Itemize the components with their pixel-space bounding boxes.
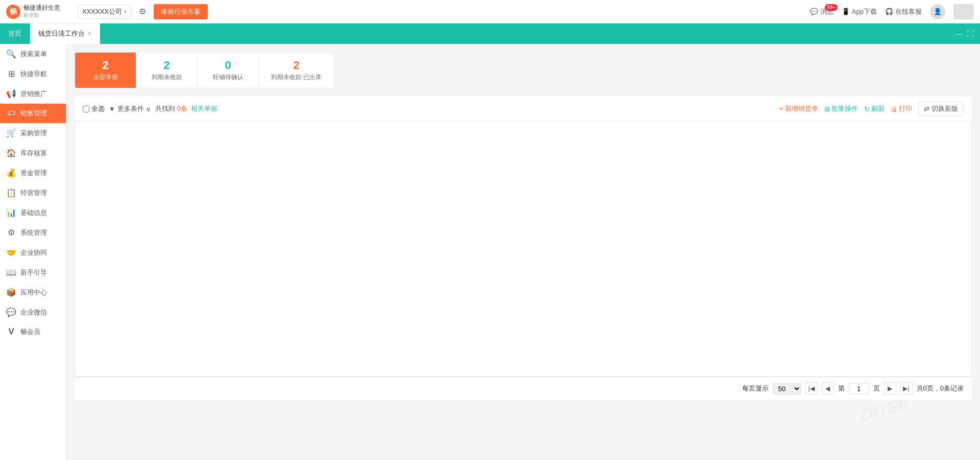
stat-card-shipped[interactable]: 2 到期未收款 已出库 (259, 53, 334, 88)
sidebar-item-search[interactable]: 🔍 搜索菜单 (0, 44, 66, 64)
stat-label-shipped: 到期未收款 已出库 (271, 73, 322, 82)
sidebar-appcenter-label: 应用中心 (20, 288, 47, 297)
next-page-button[interactable]: ▶ (884, 382, 896, 395)
experience-button[interactable]: 体验行业方案 (154, 4, 208, 19)
select-all-input[interactable] (83, 106, 89, 112)
header-right: 💬 消息 99+ 📱 App下载 🎧 在线客服 👤 (810, 4, 974, 19)
sidebar-item-enterprise[interactable]: 🤝 企业协同 (0, 243, 66, 262)
stat-card-all[interactable]: 2 全部单据 (75, 53, 136, 88)
empty-state (75, 122, 971, 351)
sidebar-item-quicknav[interactable]: ⊞ 快捷导航 (0, 64, 66, 84)
refresh-button[interactable]: ↻ 刷新 (864, 104, 885, 113)
sidebar-item-system[interactable]: ⚙ 系统管理 (0, 223, 66, 243)
online-service-button[interactable]: 🎧 在线客服 (885, 7, 922, 16)
wechat-icon: 💬 (6, 307, 16, 317)
add-order-button[interactable]: + 新增销货单 (779, 104, 818, 113)
stat-num-shipped: 2 (271, 59, 322, 72)
batch-button[interactable]: ⊞ 批量操作 (824, 104, 858, 113)
page-label: 第 (838, 384, 845, 393)
tab-maximize-button[interactable]: ⛶ (967, 30, 974, 38)
company-name: XXXXXX公司 (82, 7, 122, 16)
logo-sub: 标准版 (23, 12, 60, 19)
prev-page-button[interactable]: ◀ (822, 382, 834, 395)
refresh-icon: ↻ (864, 105, 870, 113)
tab-workbench-label: 钱货日清工作台 (38, 29, 85, 38)
logo-area: 畅 畅捷通好生意 标准版 (6, 4, 72, 19)
related-link[interactable]: 相关单据 (191, 105, 217, 112)
guide-icon: 📖 (6, 268, 16, 277)
switch-version-button[interactable]: ⇄ 切换新版 (918, 102, 964, 116)
message-icon: 💬 (810, 8, 818, 15)
sidebar-purchase-label: 采购管理 (20, 129, 47, 138)
filter-chevron-icon: ∨ (146, 105, 151, 113)
sidebar-sales-label: 销售管理 (20, 109, 47, 118)
sidebar-item-operation[interactable]: 📋 经营管理 (0, 183, 66, 203)
filter-button[interactable]: ▼ 更多条件 ∨ (109, 104, 151, 113)
user-name-area[interactable] (953, 4, 974, 19)
sidebar-item-wechat[interactable]: 💬 企业微信 (0, 302, 66, 322)
sidebar-basic-label: 基础信息 (20, 208, 47, 217)
nav-tab-controls: — ⛶ (955, 30, 980, 38)
sidebar-item-purchase[interactable]: 🛒 采购管理 (0, 123, 66, 143)
select-all-checkbox[interactable]: 全选 (83, 104, 105, 113)
tab-minimize-button[interactable]: — (955, 30, 963, 38)
service-icon: 🎧 (885, 8, 893, 15)
user-avatar[interactable]: 👤 (930, 4, 945, 19)
online-service-label: 在线客服 (895, 7, 922, 16)
tab-workbench[interactable]: 钱货日清工作台 × (30, 23, 100, 44)
messages-badge: 99+ (825, 4, 838, 11)
main-content: 2 全部单据 2 到期未收款 0 旺铺待确认 2 到期未收款 已出库 全选 ▼ … (66, 44, 980, 460)
last-page-button[interactable]: ▶| (900, 382, 913, 395)
logo-text: 畅捷通好生意 (23, 4, 60, 12)
stat-num-pending: 0 (210, 59, 246, 72)
top-header: 畅 畅捷通好生意 标准版 XXXXXX公司 ▾ ⚙ 体验行业方案 💬 消息 99… (0, 0, 980, 23)
sidebar-item-marketing[interactable]: 📢 营销推广 (0, 84, 66, 104)
system-icon: ⚙ (6, 228, 16, 237)
nav-tabs: 首页 钱货日清工作台 × — ⛶ (0, 23, 980, 44)
toolbar-left: 全选 ▼ 更多条件 ∨ 共找到 0条 相关单据 (83, 104, 217, 113)
found-count: 0条 (177, 105, 187, 112)
search-icon: 🔍 (6, 49, 16, 59)
stat-num-overdue: 2 (149, 59, 185, 72)
tab-close-icon[interactable]: × (88, 30, 91, 37)
print-button[interactable]: 🖨 打印 (891, 104, 912, 113)
sidebar-item-guide[interactable]: 📖 新手引导 (0, 262, 66, 282)
app-download-button[interactable]: 📱 App下载 (842, 7, 877, 16)
select-all-label: 全选 (91, 104, 105, 113)
sidebar-item-appcenter[interactable]: 📦 应用中心 (0, 282, 66, 302)
pagination-bar: 每页显示 50 100 |◀ ◀ 第 页 ▶ ▶| 共0页，0条记录 (75, 377, 972, 400)
sidebar-wechat-label: 企业微信 (20, 308, 47, 317)
sidebar-item-finance[interactable]: 💰 资金管理 (0, 163, 66, 183)
stat-card-overdue[interactable]: 2 到期未收款 (136, 53, 198, 88)
stat-card-pending[interactable]: 0 旺铺待确认 (198, 53, 259, 88)
stat-label-overdue: 到期未收款 (149, 73, 185, 82)
sidebar-item-basic[interactable]: 📊 基础信息 (0, 203, 66, 223)
settings-button[interactable]: ⚙ (135, 5, 150, 19)
toolbar-right: + 新增销货单 ⊞ 批量操作 ↻ 刷新 🖨 打印 ⇄ 切换新版 (779, 102, 964, 116)
vip-icon: V (6, 327, 16, 336)
finance-icon: 💰 (6, 168, 16, 178)
avatar-icon: 👤 (934, 8, 942, 15)
sidebar: 🔍 搜索菜单 ⊞ 快捷导航 📢 营销推广 🏷 销售管理 🛒 采购管理 🏠 库存核… (0, 44, 66, 460)
stat-label-pending: 旺铺待确认 (210, 73, 246, 82)
company-selector[interactable]: XXXXXX公司 ▾ (78, 5, 131, 19)
sidebar-item-vip[interactable]: V 畅会员 (0, 322, 66, 342)
sidebar-item-sales[interactable]: 🏷 销售管理 (0, 104, 66, 123)
app-download-label: App下载 (852, 7, 877, 16)
sidebar-vip-label: 畅会员 (20, 327, 40, 336)
switch-icon: ⇄ (924, 105, 929, 113)
first-page-button[interactable]: |◀ (805, 382, 818, 395)
stat-num-all: 2 (87, 59, 124, 72)
sidebar-quicknav-label: 快捷导航 (20, 69, 47, 79)
found-text: 共找到 0条 相关单据 (155, 104, 217, 113)
sidebar-inventory-label: 库存核算 (20, 149, 47, 158)
sidebar-search-label: 搜索菜单 (20, 50, 47, 59)
per-page-select[interactable]: 50 100 (773, 383, 801, 395)
tab-home[interactable]: 首页 (0, 23, 30, 44)
messages-button[interactable]: 💬 消息 99+ (810, 7, 834, 16)
page-input[interactable] (849, 383, 869, 394)
download-icon: 📱 (842, 8, 850, 15)
sidebar-item-inventory[interactable]: 🏠 库存核算 (0, 143, 66, 163)
filter-icon: ▼ (109, 105, 115, 113)
basic-icon: 📊 (6, 208, 16, 217)
